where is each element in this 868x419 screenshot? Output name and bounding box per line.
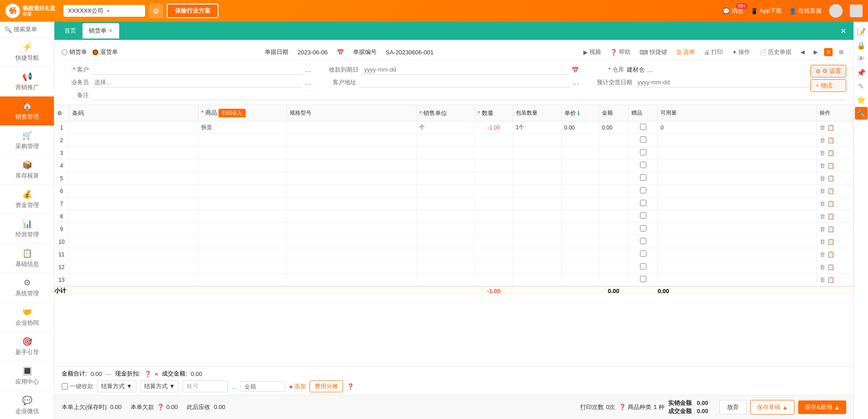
row-spec[interactable] [287, 147, 417, 159]
account-input[interactable]: 账号 [183, 380, 228, 392]
product-types-help-icon[interactable]: ❓ [619, 404, 626, 410]
row-barcode[interactable] [69, 274, 199, 287]
row-barcode[interactable] [69, 261, 199, 274]
row-barcode[interactable] [69, 185, 199, 197]
delete-icon[interactable]: 🗑 [820, 226, 825, 232]
amount-field[interactable] [240, 381, 286, 392]
expense-button[interactable]: 费用分摊 [310, 380, 343, 392]
row-barcode[interactable] [69, 236, 199, 248]
row-gift[interactable] [628, 223, 658, 236]
row-spec[interactable] [287, 223, 417, 236]
copy-icon[interactable]: 📋 [827, 264, 834, 270]
account-dots[interactable]: ... [232, 383, 237, 390]
row-quantity[interactable] [475, 274, 513, 287]
salesperson-input[interactable] [92, 77, 302, 87]
copy-icon[interactable]: 📋 [827, 213, 834, 220]
right-tool-7[interactable]: 🔧 [855, 107, 868, 120]
tab-sales-order[interactable]: 销货单 ✕ [82, 23, 119, 39]
sidebar-item-basic-info[interactable]: 📋 基础信息 [0, 244, 54, 273]
delete-icon[interactable]: 🗑 [820, 238, 825, 245]
right-tool-2[interactable]: 🔒 [855, 39, 868, 52]
nav-next-btn[interactable]: ▶ [811, 48, 820, 56]
row-barcode[interactable] [69, 159, 199, 172]
row-spec[interactable] [287, 248, 417, 261]
row-gift[interactable] [628, 147, 658, 159]
copy-icon[interactable]: 📋 [827, 137, 834, 144]
settlement-method-select[interactable]: 结算方式 ▼ [140, 380, 179, 392]
row-spec[interactable] [287, 159, 417, 172]
sidebar-item-inventory[interactable]: 📦 库存核算 [0, 155, 54, 185]
avatar[interactable] [829, 4, 843, 18]
row-quantity[interactable] [475, 147, 513, 159]
shortcut-btn[interactable]: ⌨ 快捷键 [637, 47, 670, 57]
tab-close-icon[interactable]: ✕ [108, 28, 113, 34]
expense-help-icon[interactable]: ❓ [347, 383, 354, 390]
row-spec[interactable] [287, 236, 417, 248]
row-spec[interactable] [287, 197, 417, 210]
discard-button[interactable]: 放弃 [719, 400, 747, 414]
history-btn[interactable]: 📄 历史单据 [756, 47, 794, 57]
one-click-pay-checkbox[interactable]: 一键收款 [62, 382, 93, 390]
row-gift[interactable] [628, 172, 658, 185]
operate-btn[interactable]: ✦ 操作 [729, 47, 753, 57]
discount-help-icon[interactable]: ❓ [144, 371, 151, 377]
row-barcode[interactable] [69, 121, 199, 134]
settings-icon[interactable]: ⚙ [149, 4, 163, 18]
row-spec[interactable] [287, 134, 417, 147]
print-btn[interactable]: 🖨 打印 [701, 47, 726, 57]
copy-icon[interactable]: 📋 [827, 188, 834, 194]
view-list-btn[interactable]: ≡ [824, 48, 833, 56]
right-tool-6[interactable]: ⭐ [855, 93, 868, 106]
right-tool-5[interactable]: ✎ [855, 80, 868, 92]
save-new-button[interactable]: 保存&新增 ▲ [798, 400, 846, 414]
row-quantity[interactable] [475, 172, 513, 185]
customer-addr-dots[interactable]: ... [572, 78, 578, 87]
row-barcode[interactable] [69, 197, 199, 210]
row-quantity[interactable] [475, 261, 513, 274]
row-barcode[interactable] [69, 147, 199, 159]
sidebar-item-sales[interactable]: 🏠 销售管理 [0, 96, 54, 126]
delete-icon[interactable]: 🗑 [820, 175, 825, 182]
logistics-button[interactable]: + 物流 [810, 79, 846, 92]
sidebar-item-finance[interactable]: 💰 资金管理 [0, 185, 54, 214]
row-quantity[interactable] [475, 248, 513, 261]
row-gift[interactable] [628, 134, 658, 147]
radio-return-input[interactable] [92, 49, 98, 55]
right-tool-3[interactable]: 👁 [855, 53, 868, 65]
row-quantity[interactable] [475, 236, 513, 248]
row-barcode[interactable] [69, 223, 199, 236]
add-button[interactable]: ● 添加 [289, 382, 306, 390]
row-gift[interactable] [628, 248, 658, 261]
row-gift[interactable] [628, 210, 658, 223]
sidebar-item-purchase[interactable]: 🛒 采购管理 [0, 126, 54, 155]
row-gift[interactable] [628, 236, 658, 248]
sidebar-item-corp[interactable]: 🤝 企业协同 [0, 303, 54, 332]
tab-home[interactable]: 首页 [58, 23, 82, 39]
sidebar-item-wechat[interactable]: 💬 企业微信 [0, 391, 54, 419]
due-date-input[interactable] [361, 65, 568, 75]
help-btn[interactable]: ❓ 帮助 [607, 47, 633, 57]
row-barcode[interactable] [69, 134, 199, 147]
user-menu[interactable] [850, 5, 863, 17]
copy-icon[interactable]: 📋 [827, 149, 834, 156]
radio-sales-input[interactable] [62, 49, 68, 55]
payment-method-select[interactable]: 结算方式 ▼ [97, 380, 136, 392]
row-barcode[interactable] [69, 210, 199, 223]
sidebar-item-quick-nav[interactable]: ⚡ 快捷导航 [0, 38, 54, 67]
row-quantity[interactable] [475, 197, 513, 210]
close-all-tabs[interactable]: ✕ [837, 27, 850, 35]
calendar-icon[interactable]: 📅 [337, 49, 344, 56]
overdue-help-icon[interactable]: ❓ [157, 404, 164, 410]
trial-button[interactable]: 体验行业方案 [167, 4, 218, 18]
row-spec[interactable] [287, 185, 417, 197]
row-quantity[interactable] [475, 159, 513, 172]
delete-icon[interactable]: 🗑 [820, 276, 825, 283]
row-gift[interactable] [628, 197, 658, 210]
copy-icon[interactable]: 📋 [827, 175, 834, 182]
row-gift[interactable] [628, 261, 658, 274]
row-quantity[interactable] [475, 223, 513, 236]
view-grid-btn[interactable]: ⊞ [836, 48, 846, 56]
row-quantity[interactable] [475, 210, 513, 223]
online-service-button[interactable]: 👤 在线客服 [789, 7, 822, 15]
delete-icon[interactable]: 🗑 [820, 213, 825, 220]
